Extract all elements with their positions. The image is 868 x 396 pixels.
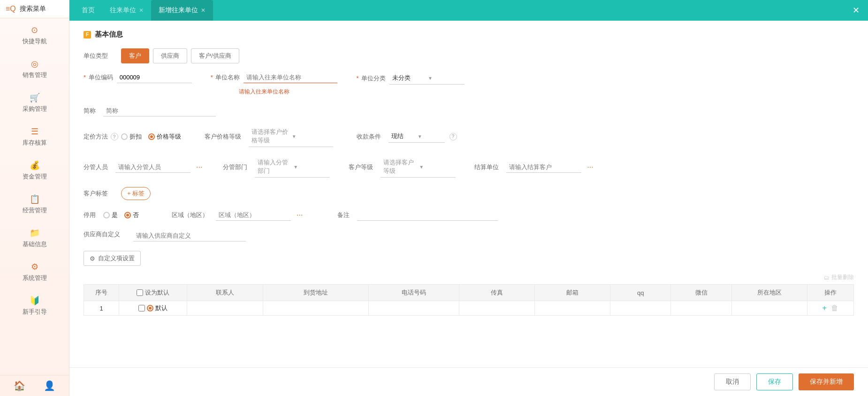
row-qq[interactable] — [610, 301, 671, 316]
disable-radio-group: 是 否 — [103, 211, 139, 219]
department-select[interactable]: 请输入分管部门 ▼ — [255, 156, 330, 178]
purchase-icon: 🛒 — [30, 93, 40, 103]
remark-input[interactable] — [357, 210, 498, 221]
sidebar: ≡Q 搜索菜单 ⊙ 快捷导航 ◎ 销售管理 🛒 采购管理 ☰ 库存核算 💰 资金… — [0, 0, 69, 396]
add-tag-button[interactable]: + 标签 — [121, 187, 151, 200]
region-input[interactable] — [216, 210, 291, 221]
fax-input[interactable] — [478, 305, 516, 312]
pricing-price-level-option[interactable]: 价格等级 — [148, 132, 181, 141]
user-bottom-icon[interactable]: 👤 — [44, 380, 55, 391]
col-default: 设为默认 — [119, 285, 187, 301]
unit-name-input[interactable] — [244, 72, 337, 83]
custom-settings-button[interactable]: ⚙ 自定义项设置 — [84, 251, 141, 266]
settlement-dots-btn[interactable]: ··· — [585, 163, 595, 171]
customer-price-level-field: 客户价格等级 请选择客户价格等级 ▼ — [205, 126, 333, 147]
sidebar-item-system[interactable]: ⚙ 系统管理 — [0, 255, 69, 289]
remark-field: 备注 — [337, 210, 498, 221]
customer-price-level-select[interactable]: 请选择客户价格等级 ▼ — [249, 126, 333, 147]
disable-yes-option[interactable]: 是 — [103, 211, 118, 219]
home-bottom-icon[interactable]: 🏠 — [14, 380, 25, 391]
pricing-help-icon[interactable]: ? — [111, 133, 118, 140]
unit-type-both-btn[interactable]: 客户/供应商 — [191, 48, 239, 63]
save-new-button[interactable]: 保存并新增 — [799, 373, 854, 390]
location-input[interactable] — [751, 305, 788, 312]
row-fax[interactable] — [459, 301, 534, 316]
sidebar-search[interactable]: ≡Q 搜索菜单 — [0, 0, 69, 18]
customer-level-select[interactable]: 请选择客户等级 ▼ — [381, 156, 456, 178]
row-phone[interactable] — [368, 301, 459, 316]
content-area: F 基本信息 单位类型 客户 供应商 客户/供应商 * 单位编码 — [69, 21, 868, 367]
short-name-row: 简称 — [84, 105, 854, 116]
row-address[interactable] — [263, 301, 368, 316]
row-add-btn[interactable]: + — [822, 304, 827, 312]
sidebar-item-guide[interactable]: 🔰 新手引导 — [0, 289, 69, 323]
section-title: 基本信息 — [95, 30, 123, 39]
bulk-delete-icon: 🗂 — [824, 274, 830, 281]
unit-category-value: 未分类 — [392, 74, 426, 82]
row-wechat[interactable] — [671, 301, 731, 316]
main-panel: 首页 往来单位 ✕ 新增往来单位 ✕ ✕ F 基本信息 单位类型 客户 供应商 … — [69, 0, 868, 396]
unit-category-select[interactable]: 未分类 ▼ — [389, 72, 464, 85]
unit-code-field: * 单位编码 — [84, 72, 192, 83]
customer-tag-row: 客户标签 + 标签 — [84, 187, 854, 200]
close-all-tabs[interactable]: ✕ — [849, 5, 863, 16]
row-checkbox[interactable] — [138, 305, 145, 311]
customer-level-arrow: ▼ — [419, 164, 453, 170]
payment-help-icon[interactable]: ? — [449, 133, 457, 140]
unit-category-arrow: ▼ — [428, 76, 462, 81]
row-delete-btn[interactable]: 🗑 — [831, 304, 838, 312]
tab-new-contact-close[interactable]: ✕ — [201, 7, 206, 14]
settlement-label: 结算单位 — [474, 163, 499, 171]
payment-terms-select[interactable]: 现结 ▼ — [388, 130, 445, 143]
unit-code-label: * 单位编码 — [84, 73, 113, 82]
supplier-custom-input[interactable] — [133, 230, 246, 241]
sidebar-item-basic-info[interactable]: 📁 基础信息 — [0, 221, 69, 255]
select-all-checkbox[interactable] — [137, 289, 143, 296]
qq-input[interactable] — [626, 305, 655, 312]
tab-contacts[interactable]: 往来单位 ✕ — [102, 0, 151, 21]
sidebar-item-quick-nav[interactable]: ⊙ 快捷导航 — [0, 18, 69, 52]
tab-home[interactable]: 首页 — [74, 0, 102, 21]
tab-contacts-close[interactable]: ✕ — [139, 7, 144, 14]
department-placeholder: 请输入分管部门 — [258, 158, 291, 175]
manager-input[interactable] — [115, 162, 190, 173]
row-location[interactable] — [731, 301, 807, 316]
pricing-discount-option[interactable]: 折扣 — [121, 132, 142, 141]
pricing-method-label: 定价方法 ? — [84, 132, 118, 141]
tab-bar: 首页 往来单位 ✕ 新增往来单位 ✕ ✕ — [69, 0, 868, 21]
row-contact[interactable] — [187, 301, 263, 316]
save-button[interactable]: 保存 — [756, 373, 793, 390]
wechat-input[interactable] — [687, 305, 716, 312]
disable-no-option[interactable]: 否 — [124, 211, 139, 219]
payment-terms-label: 收款条件 — [357, 132, 381, 141]
row-email[interactable] — [534, 301, 610, 316]
contact-input[interactable] — [206, 305, 244, 312]
department-field: 分管部门 请输入分管部门 ▼ — [223, 156, 330, 178]
address-input[interactable] — [288, 305, 344, 312]
sidebar-item-sales[interactable]: ◎ 销售管理 — [0, 52, 69, 86]
bulk-delete-label[interactable]: 批量删除 — [831, 273, 854, 281]
unit-type-supplier-btn[interactable]: 供应商 — [153, 48, 187, 63]
email-input[interactable] — [554, 305, 591, 312]
sidebar-item-inventory[interactable]: ☰ 库存核算 — [0, 120, 69, 154]
cancel-button[interactable]: 取消 — [714, 373, 751, 390]
unit-code-input[interactable] — [117, 72, 192, 83]
short-name-input[interactable] — [103, 105, 216, 116]
manager-dots-btn[interactable]: ··· — [194, 163, 204, 171]
sidebar-item-purchase[interactable]: 🛒 采购管理 — [0, 86, 69, 120]
disable-no-radio — [124, 212, 131, 218]
supplier-custom-row: 供应商自定义 — [84, 230, 854, 241]
sidebar-item-finance[interactable]: 💰 资金管理 — [0, 154, 69, 187]
table-header: 序号 设为默认 联系人 到货地址 电话号码 传真 邮箱 qq 微信 所在地区 — [84, 285, 854, 301]
guide-icon: 🔰 — [30, 295, 40, 306]
settlement-input[interactable] — [506, 162, 581, 173]
tab-new-contact[interactable]: 新增往来单位 ✕ — [151, 0, 213, 21]
table-body: 1 默认 — [84, 301, 854, 316]
sidebar-item-label: 采购管理 — [23, 105, 47, 113]
row-default-radio-item[interactable]: 默认 — [147, 304, 168, 312]
phone-input[interactable] — [390, 305, 437, 312]
region-dots-btn[interactable]: ··· — [295, 211, 305, 219]
unit-category-field: * 单位分类 未分类 ▼ — [356, 72, 464, 85]
unit-type-customer-btn[interactable]: 客户 — [121, 48, 149, 63]
sidebar-item-operations[interactable]: 📋 经营管理 — [0, 187, 69, 221]
